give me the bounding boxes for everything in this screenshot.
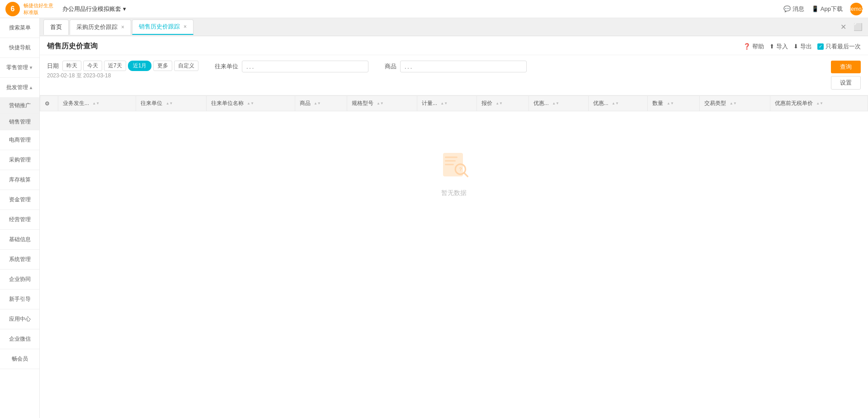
sidebar-item-enterprise-wechat[interactable]: 企业微信 [0, 329, 39, 349]
ecommerce-label: 电商管理 [9, 136, 31, 144]
date-btn-yesterday[interactable]: 昨天 [62, 61, 81, 71]
app-icon: 📱 [811, 5, 819, 12]
tab-purchase-history[interactable]: 采购历史价跟踪 × [70, 19, 131, 35]
basic-info-label: 基础信息 [9, 236, 31, 243]
sidebar-item-basic-info[interactable]: 基础信息 [0, 230, 39, 250]
app-center-label: 应用中心 [9, 315, 31, 323]
sidebar-item-app-center[interactable]: 应用中心 [0, 309, 39, 329]
enterprise-collab-label: 企业协同 [9, 276, 31, 283]
th-spec[interactable]: 规格型号 ▲▼ [347, 96, 417, 111]
import-action[interactable]: ⬆ 导入 [769, 43, 788, 51]
company-dropdown[interactable]: 办公用品行业模拟账套 ▾ [62, 5, 126, 13]
sidebar-item-search-menu[interactable]: 搜索菜单 [0, 18, 39, 38]
th-gear[interactable]: ⚙ [40, 96, 58, 111]
product-label: 商品 [385, 62, 396, 71]
page-header: 销售历史价查询 ❓ 帮助 ⬆ 导入 ⬇ 导出 [40, 36, 868, 55]
partner-input[interactable]: ... [242, 61, 368, 72]
date-buttons-group: 日期 昨天 今天 近7天 近1月 更多 自定义 [47, 61, 198, 71]
th-quantity[interactable]: 数量 ▲▼ [648, 96, 700, 111]
window-maximize-btn[interactable]: ⬜ [852, 22, 864, 32]
table-header: ⚙ 业务发生... ▲▼ 往来单位 ▲▼ 往来单位名称 [40, 96, 868, 111]
date-filter-group: 日期 昨天 今天 近7天 近1月 更多 自定义 2023-02-18 至 202… [47, 61, 198, 80]
sidebar-item-marketing[interactable]: 营销推广 [0, 98, 39, 114]
sort-partner-icon: ▲▼ [166, 102, 173, 105]
sidebar-item-ecommerce[interactable]: 电商管理 [0, 130, 39, 150]
th-pre-discount-price[interactable]: 优惠前无税单价 ▲▼ [770, 96, 868, 111]
th-discount1[interactable]: 优惠... ▲▼ [528, 96, 588, 111]
th-biz-date[interactable]: 业务发生... ▲▼ [58, 96, 136, 111]
retail-chevron-icon: ▼ [29, 65, 33, 70]
sort-quantity-icon: ▲▼ [667, 102, 674, 105]
date-btn-more[interactable]: 更多 [153, 61, 172, 71]
only-last-checkbox[interactable] [817, 43, 824, 50]
query-button[interactable]: 查询 [831, 61, 861, 73]
sort-trade-type-icon: ▲▼ [730, 102, 737, 105]
tab-bar: 首页 采购历史价跟踪 × 销售历史价跟踪 × ✕ ⬜ [40, 18, 868, 36]
sidebar-item-purchase[interactable]: 采购管理 [0, 150, 39, 170]
th-price[interactable]: 报价 ▲▼ [476, 96, 528, 111]
enterprise-wechat-label: 企业微信 [9, 335, 31, 343]
th-unit[interactable]: 计量... ▲▼ [417, 96, 476, 111]
sidebar-item-quick-nav[interactable]: 快捷导航 [0, 38, 39, 58]
tab-sales-history[interactable]: 销售历史价跟踪 × [132, 19, 193, 35]
sort-price-icon: ▲▼ [495, 102, 503, 105]
svg-text:?: ? [459, 166, 462, 172]
logo-area: 6 畅捷信好生意 标准版 [5, 2, 53, 16]
help-action[interactable]: ❓ 帮助 [743, 43, 764, 51]
sidebar-item-retail[interactable]: 零售管理 ▼ [0, 58, 39, 78]
settings-button[interactable]: 设置 [831, 76, 861, 90]
tab-home[interactable]: 首页 [43, 19, 69, 35]
date-btn-1month[interactable]: 近1月 [128, 61, 152, 71]
gear-icon: ⚙ [45, 100, 50, 107]
sidebar-item-operations[interactable]: 经营管理 [0, 210, 39, 230]
content-area: 首页 采购历史价跟踪 × 销售历史价跟踪 × ✕ ⬜ 销售历史价查询 [40, 18, 868, 418]
sidebar-item-system-mgmt[interactable]: 系统管理 [0, 250, 39, 270]
marketing-label: 营销推广 [9, 102, 31, 109]
filter-area: 日期 昨天 今天 近7天 近1月 更多 自定义 2023-02-18 至 202… [40, 55, 868, 95]
sidebar-item-membership[interactable]: 畅会员 [0, 349, 39, 369]
export-action[interactable]: ⬇ 导出 [793, 43, 812, 51]
inventory-label: 库存核算 [9, 176, 31, 184]
sort-partner-name-icon: ▲▼ [247, 102, 254, 105]
date-btn-today[interactable]: 今天 [83, 61, 102, 71]
th-discount2[interactable]: 优惠... ▲▼ [588, 96, 648, 111]
header-center: 办公用品行业模拟账套 ▾ [53, 5, 783, 13]
page-actions: ❓ 帮助 ⬆ 导入 ⬇ 导出 只看最后一次 [743, 43, 861, 51]
sidebar-item-finance[interactable]: 资金管理 [0, 190, 39, 210]
th-trade-type[interactable]: 交易类型 ▲▼ [700, 96, 770, 111]
partner-label: 往来单位 [215, 62, 238, 71]
sidebar-item-newbie-guide[interactable]: 新手引导 [0, 290, 39, 309]
th-partner-name[interactable]: 往来单位名称 ▲▼ [206, 96, 295, 111]
user-nav-item[interactable]: demo2 [850, 3, 863, 15]
date-btn-7days[interactable]: 近7天 [104, 61, 126, 71]
app-nav-item[interactable]: 📱 App下载 [811, 5, 843, 13]
date-range-text: 2023-02-18 至 2023-03-18 [47, 72, 198, 80]
sidebar-item-enterprise-collab[interactable]: 企业协同 [0, 270, 39, 290]
quick-nav-label: 快捷导航 [9, 44, 31, 52]
logo-text: 畅捷信好生意 标准版 [24, 2, 53, 15]
tab-sales-history-close[interactable]: × [184, 24, 187, 30]
message-nav-item[interactable]: 💬 消息 [783, 5, 804, 13]
top-header: 6 畅捷信好生意 标准版 办公用品行业模拟账套 ▾ 💬 消息 📱 App下载 d… [0, 0, 868, 18]
tab-purchase-history-close[interactable]: × [121, 24, 124, 30]
table-header-row: ⚙ 业务发生... ▲▼ 往来单位 ▲▼ 往来单位名称 [40, 96, 868, 111]
membership-label: 畅会员 [12, 355, 28, 363]
only-last-wrapper[interactable]: 只看最后一次 [817, 43, 861, 51]
product-input[interactable]: ... [400, 61, 527, 72]
date-buttons: 昨天 今天 近7天 近1月 更多 自定义 [62, 61, 198, 71]
sidebar-item-inventory[interactable]: 库存核算 [0, 170, 39, 190]
date-label: 日期 [47, 62, 59, 70]
svg-line-5 [464, 173, 467, 176]
system-mgmt-label: 系统管理 [9, 256, 31, 263]
date-btn-custom[interactable]: 自定义 [174, 61, 198, 71]
sidebar-item-sales-mgmt[interactable]: 销售管理 [0, 114, 39, 130]
logo-icon: 6 [5, 2, 20, 16]
th-product[interactable]: 商品 ▲▼ [295, 96, 347, 111]
filter-actions: 查询 设置 [831, 61, 861, 90]
th-partner[interactable]: 往来单位 ▲▼ [136, 96, 206, 111]
window-close-btn[interactable]: ✕ [839, 22, 848, 32]
search-menu-label: 搜索菜单 [9, 24, 31, 32]
sidebar-item-wholesale[interactable]: 批发管理 ▲ [0, 78, 39, 98]
tab-home-label: 首页 [50, 23, 62, 31]
data-table: ⚙ 业务发生... ▲▼ 往来单位 ▲▼ 往来单位名称 [40, 95, 868, 111]
